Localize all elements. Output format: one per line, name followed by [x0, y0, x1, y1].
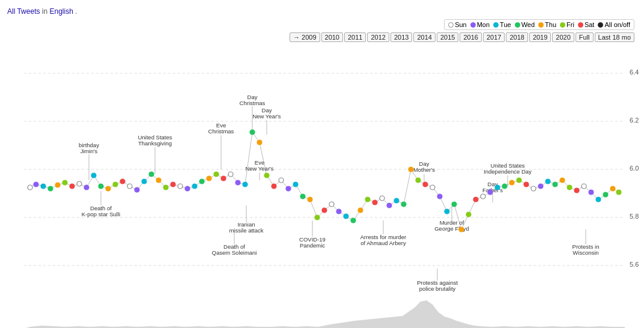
jump-btn-8[interactable]: 2017 — [483, 32, 505, 42]
data-dot[interactable] — [365, 197, 370, 202]
data-dot[interactable] — [84, 185, 89, 190]
data-dot[interactable] — [502, 184, 507, 189]
data-dot[interactable] — [178, 184, 183, 189]
data-dot[interactable] — [279, 178, 284, 183]
jump-btn-1[interactable]: 2010 — [321, 32, 343, 42]
data-dot[interactable] — [142, 179, 147, 184]
data-dot[interactable] — [48, 186, 53, 191]
data-dot[interactable] — [560, 178, 565, 183]
legend-item-fri[interactable]: Fri — [560, 21, 574, 28]
data-dot[interactable] — [394, 198, 399, 203]
data-dot[interactable] — [610, 186, 615, 191]
legend-item-thu[interactable]: Thu — [538, 21, 556, 28]
data-dot[interactable] — [257, 140, 262, 145]
data-dot[interactable] — [545, 179, 550, 184]
data-dot[interactable] — [156, 178, 161, 183]
data-dot[interactable] — [214, 172, 219, 177]
data-dot[interactable] — [272, 184, 276, 189]
jump-btn-2[interactable]: 2011 — [344, 32, 366, 42]
data-dot[interactable] — [228, 172, 233, 177]
data-dot[interactable] — [509, 180, 514, 185]
data-dot[interactable] — [163, 185, 168, 190]
data-dot[interactable] — [380, 196, 384, 201]
data-dot[interactable] — [250, 130, 255, 135]
data-dot[interactable] — [538, 184, 543, 189]
jump-btn-13[interactable]: Last 18 mo — [595, 32, 634, 42]
data-dot[interactable] — [293, 182, 298, 187]
data-dot[interactable] — [120, 179, 125, 184]
data-dot[interactable] — [358, 208, 363, 213]
data-dot[interactable] — [91, 173, 96, 178]
data-dot[interactable] — [329, 202, 334, 207]
data-dot[interactable] — [322, 208, 327, 213]
jump-btn-7[interactable]: 2016 — [460, 32, 481, 42]
data-dot[interactable] — [243, 182, 248, 187]
data-dot[interactable] — [401, 202, 406, 207]
data-dot[interactable] — [264, 173, 269, 178]
data-dot[interactable] — [387, 203, 392, 208]
legend-item-sat[interactable]: Sat — [578, 21, 595, 28]
jump-btn-10[interactable]: 2019 — [529, 32, 551, 42]
data-dot[interactable] — [199, 179, 204, 184]
data-dot[interactable] — [473, 197, 478, 202]
data-dot[interactable] — [517, 178, 521, 183]
data-dot[interactable] — [495, 185, 500, 190]
data-dot[interactable] — [574, 188, 579, 193]
data-dot[interactable] — [603, 192, 608, 197]
data-dot[interactable] — [416, 178, 421, 183]
data-dot[interactable] — [344, 214, 348, 219]
data-dot[interactable] — [616, 190, 621, 195]
data-dot[interactable] — [315, 215, 320, 220]
jump-btn-3[interactable]: 2012 — [367, 32, 389, 42]
data-dot[interactable] — [531, 186, 536, 191]
jump-btn-6[interactable]: 2015 — [437, 32, 458, 42]
jump-btn-11[interactable]: 2020 — [552, 32, 574, 42]
data-dot[interactable] — [28, 185, 32, 190]
data-dot[interactable] — [351, 218, 356, 223]
legend-item-wed[interactable]: Wed — [515, 21, 535, 28]
english-link[interactable]: English — [50, 7, 73, 16]
data-dot[interactable] — [41, 184, 46, 189]
jump-btn-12[interactable]: Full — [576, 32, 594, 42]
data-dot[interactable] — [423, 182, 428, 187]
legend-item-sun[interactable]: Sun — [448, 21, 467, 28]
data-dot[interactable] — [221, 176, 226, 181]
data-dot[interactable] — [488, 190, 493, 195]
data-dot[interactable] — [452, 202, 457, 207]
data-dot[interactable] — [589, 190, 594, 195]
data-dot[interactable] — [34, 182, 38, 187]
data-dot[interactable] — [99, 184, 103, 189]
data-dot[interactable] — [185, 186, 190, 191]
data-dot[interactable] — [466, 212, 471, 217]
data-dot[interactable] — [553, 182, 557, 187]
jump-btn-4[interactable]: 2013 — [390, 32, 412, 42]
data-dot[interactable] — [135, 187, 139, 192]
data-dot[interactable] — [481, 194, 485, 199]
jump-btn-9[interactable]: 2018 — [506, 32, 527, 42]
legend-item-tue[interactable]: Tue — [493, 21, 511, 28]
data-dot[interactable] — [286, 186, 291, 191]
data-dot[interactable] — [171, 182, 175, 187]
data-dot[interactable] — [113, 182, 118, 187]
data-dot[interactable] — [430, 185, 435, 190]
legend-item-mon[interactable]: Mon — [470, 21, 490, 28]
data-dot[interactable] — [409, 167, 413, 172]
data-dot[interactable] — [127, 184, 132, 189]
data-dot[interactable] — [567, 185, 572, 190]
legend-item-all-on/off[interactable]: All on/off — [598, 21, 630, 28]
data-dot[interactable] — [372, 200, 377, 205]
data-dot[interactable] — [70, 184, 74, 189]
jump-btn-5[interactable]: 2014 — [413, 32, 435, 42]
data-dot[interactable] — [77, 181, 82, 186]
data-dot[interactable] — [235, 180, 240, 185]
data-dot[interactable] — [192, 184, 197, 189]
data-dot[interactable] — [55, 183, 60, 187]
data-dot[interactable] — [207, 176, 211, 181]
data-dot[interactable] — [149, 172, 154, 177]
all-tweets-link[interactable]: All Tweets — [7, 7, 40, 16]
data-dot[interactable] — [459, 227, 464, 232]
data-dot[interactable] — [596, 197, 601, 202]
data-dot[interactable] — [524, 182, 529, 187]
data-dot[interactable] — [300, 194, 305, 199]
data-dot[interactable] — [106, 186, 111, 191]
